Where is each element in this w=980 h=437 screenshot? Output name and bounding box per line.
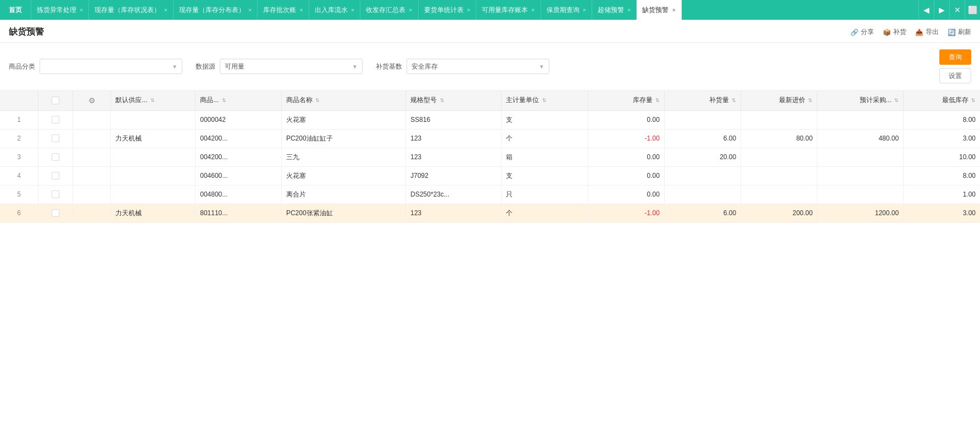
tab-prev-button[interactable]: ◀ — [918, 0, 934, 20]
row-checkbox-0[interactable] — [52, 116, 59, 124]
tab-close-expiry-query[interactable]: × — [583, 7, 586, 13]
sort-supplier-icon[interactable]: ⇅ — [151, 98, 155, 103]
cell-unit-1: 个 — [502, 129, 588, 148]
col-header-estimate: 预计采购... ⇅ — [817, 91, 904, 110]
sort-min-stock-icon[interactable]: ⇅ — [971, 98, 976, 103]
col-header-index — [0, 91, 38, 110]
cell-spec-5: 123 — [406, 204, 502, 222]
header-actions: 🔗 分享 📦 补货 📤 导出 🔄 刷新 — [850, 27, 971, 37]
tab-requisition-stat[interactable]: 要货单统计表× — [419, 0, 476, 20]
datasource-select[interactable]: 可用量 ▼ — [220, 59, 363, 74]
sort-latest-price-icon[interactable]: ⇅ — [808, 98, 812, 103]
cell-index-3: 4 — [0, 166, 38, 185]
table-row: 6 力天机械 801110... PC200张紧油缸 123 个 -1.00 6… — [0, 204, 980, 222]
tab-close-shortage-warning[interactable]: × — [672, 7, 675, 13]
cell-code-4: 004800... — [196, 185, 282, 204]
tab-home[interactable]: 首页 — [0, 0, 31, 20]
tab-inventory-status[interactable]: 现存量（库存状况表）× — [89, 0, 173, 20]
cell-settings-3 — [73, 166, 111, 185]
cell-latest-price-3 — [741, 166, 817, 185]
row-checkbox-5[interactable] — [52, 209, 59, 217]
query-button[interactable]: 查询 — [939, 49, 971, 65]
tab-close-inout-flow[interactable]: × — [351, 7, 354, 13]
tab-batch-account[interactable]: 库存批次账× — [258, 0, 309, 20]
tab-close-all-button[interactable]: ✕ — [949, 0, 965, 20]
cell-name-1: PC200油缸缸子 — [281, 129, 405, 148]
tab-inventory-dist[interactable]: 现存量（库存分布表）× — [174, 0, 258, 20]
cell-checkbox-5 — [38, 204, 73, 222]
main-content: 缺货预警 🔗 分享 📦 补货 📤 导出 🔄 刷新 商品分类 — [0, 20, 980, 437]
sort-replenish-icon[interactable]: ⇅ — [732, 98, 736, 103]
cell-supplier-5: 力天机械 — [111, 204, 196, 222]
sort-name-icon[interactable]: ⇅ — [315, 98, 320, 103]
tab-available-ledger[interactable]: 可用量库存账本× — [476, 0, 541, 20]
cell-checkbox-2 — [38, 148, 73, 166]
sort-spec-icon[interactable]: ⇅ — [440, 98, 444, 103]
datasource-label: 数据源 — [196, 62, 215, 71]
sort-stock-icon[interactable]: ⇅ — [655, 98, 660, 103]
cell-unit-0: 支 — [502, 110, 588, 129]
replenish-base-select[interactable]: 安全库存 ▼ — [407, 59, 549, 74]
select-all-checkbox[interactable] — [52, 97, 59, 104]
tab-shortage-warning[interactable]: 缺货预警× — [637, 0, 681, 20]
cell-settings-1 — [73, 129, 111, 148]
tab-overstock-warning[interactable]: 超储预警× — [592, 0, 637, 20]
tab-label-overstock-warning: 超储预警 — [598, 5, 624, 15]
column-settings-icon[interactable]: ⚙ — [88, 96, 96, 105]
col-header-stock: 库存量 ⇅ — [588, 91, 664, 110]
cell-settings-4 — [73, 185, 111, 204]
cell-index-1: 2 — [0, 129, 38, 148]
tab-expand-button[interactable]: ⬜ — [965, 0, 980, 20]
col-header-unit: 主计量单位 ⇅ — [502, 91, 588, 110]
share-button[interactable]: 🔗 分享 — [850, 27, 874, 37]
tab-collection-summary[interactable]: 收发存汇总表× — [360, 0, 418, 20]
replenish-base-label: 补货基数 — [376, 62, 402, 71]
refresh-button[interactable]: 🔄 刷新 — [948, 27, 971, 37]
tab-close-exception[interactable]: × — [80, 7, 83, 13]
cell-min-stock-1: 3.00 — [904, 129, 980, 148]
tab-bar: 首页拣货异常处理×现存量（库存状况表）×现存量（库存分布表）×库存批次账×出入库… — [0, 0, 980, 20]
tab-exception[interactable]: 拣货异常处理× — [31, 0, 89, 20]
sort-estimate-icon[interactable]: ⇅ — [894, 98, 899, 103]
export-button[interactable]: 📤 导出 — [915, 27, 939, 37]
cell-replenish-1: 6.00 — [664, 129, 740, 148]
row-checkbox-1[interactable] — [52, 135, 59, 142]
cell-settings-0 — [73, 110, 111, 129]
row-checkbox-2[interactable] — [52, 153, 59, 161]
row-checkbox-4[interactable] — [52, 191, 59, 198]
tab-close-batch-account[interactable]: × — [299, 7, 303, 13]
col-header-supplier: 默认供应... ⇅ — [111, 91, 196, 110]
cell-checkbox-1 — [38, 129, 73, 148]
settings-button[interactable]: 设置 — [939, 68, 971, 83]
tab-close-inventory-status[interactable]: × — [164, 7, 167, 13]
replenish-button[interactable]: 📦 补货 — [883, 27, 906, 37]
cell-supplier-1: 力天机械 — [111, 129, 196, 148]
tab-label-collection-summary: 收发存汇总表 — [366, 5, 405, 15]
cell-min-stock-4: 1.00 — [904, 185, 980, 204]
tab-close-overstock-warning[interactable]: × — [627, 7, 631, 13]
tab-expiry-query[interactable]: 保质期查询× — [541, 0, 592, 20]
tab-close-available-ledger[interactable]: × — [531, 7, 534, 13]
tab-label-exception: 拣货异常处理 — [37, 5, 76, 15]
tab-inout-flow[interactable]: 出入库流水× — [309, 0, 360, 20]
col-header-replenish: 补货量 ⇅ — [664, 91, 740, 110]
replenish-base-value: 安全库存 — [411, 62, 438, 71]
category-select[interactable]: ▼ — [40, 59, 182, 74]
cell-checkbox-4 — [38, 185, 73, 204]
tab-close-requisition-stat[interactable]: × — [467, 7, 470, 13]
tab-close-inventory-dist[interactable]: × — [248, 7, 252, 13]
cell-settings-5 — [73, 204, 111, 222]
cell-estimate-5: 1200.00 — [817, 204, 904, 222]
sort-code-icon[interactable]: ⇅ — [222, 98, 226, 103]
datasource-filter-group: 数据源 可用量 ▼ — [196, 59, 363, 74]
cell-name-4: 离合片 — [281, 185, 405, 204]
sort-unit-icon[interactable]: ⇅ — [542, 98, 547, 103]
cell-name-2: 三九 — [281, 148, 405, 166]
page-title: 缺货预警 — [9, 26, 44, 38]
cell-spec-2: 123 — [406, 148, 502, 166]
tab-next-button[interactable]: ▶ — [934, 0, 949, 20]
row-checkbox-3[interactable] — [52, 172, 59, 180]
tab-label-inventory-status: 现存量（库存状况表） — [94, 5, 160, 15]
tab-close-collection-summary[interactable]: × — [409, 7, 412, 13]
datasource-select-value: 可用量 — [225, 62, 244, 71]
